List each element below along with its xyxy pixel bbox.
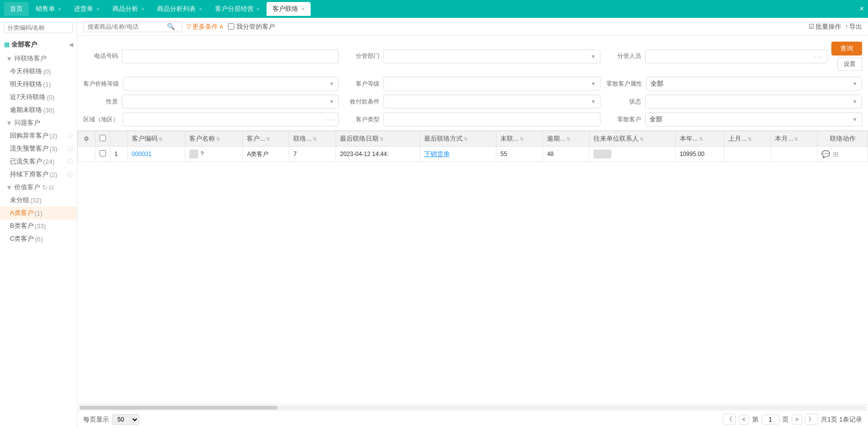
sidebar-item-problem[interactable]: 回购异常客户(2)ⓘ (0, 129, 77, 142)
batch-op-btn[interactable]: ☑ 批量操作 (809, 22, 841, 31)
info-icon[interactable]: ⓘ (67, 145, 73, 153)
tab-close-customer_contact[interactable]: × (301, 6, 304, 12)
pending-group-header[interactable]: ▼ 待联络客户 (0, 52, 77, 65)
more-filter-btn[interactable]: ▽ 更多条件 ∧ (186, 22, 224, 31)
customer-type-label: 客户类型 (345, 115, 380, 124)
sidebar-item-pending[interactable]: 近7天待联络(0) (0, 91, 77, 104)
window-close-icon[interactable]: × (860, 4, 864, 13)
no-contact-cell: 55 (496, 147, 543, 162)
this-month-col-header[interactable]: 本月...⇅ (771, 131, 817, 147)
customer-level-filter-row: 客户等级 ▼ (345, 77, 600, 91)
this-year-col-header[interactable]: 本年...⇅ (675, 131, 724, 147)
filter-search-box[interactable]: 🔍 (83, 21, 182, 32)
sidebar-item-value[interactable]: A类客户(1) (0, 207, 77, 219)
sidebar-item-value[interactable]: B类客户(33) (0, 219, 77, 232)
tab-close-sales[interactable]: × (58, 6, 61, 12)
sidebar-search[interactable]: 🔍 (4, 22, 73, 33)
all-customers-header[interactable]: ⊞ 全部客户 ◀ (0, 37, 77, 52)
nav-tab-analysis_list[interactable]: 商品分析列表× (151, 2, 208, 16)
name-col-header[interactable]: 客户名称⇅ (185, 131, 243, 147)
sidebar-item-pending[interactable]: 明天待联络(1) (0, 78, 77, 91)
last-date-col-header[interactable]: 最后联络日期⇅ (336, 131, 420, 147)
sidebar-item-problem[interactable]: 已流失客户(24)ⓘ (0, 155, 77, 168)
last-method-link[interactable]: 下销货单 (424, 150, 450, 158)
status-input[interactable]: ▼ (645, 95, 862, 108)
checkbox-cell[interactable] (96, 147, 110, 162)
export-btn[interactable]: ↑ 导出 (845, 22, 863, 31)
tab-close-purchase[interactable]: × (96, 6, 99, 12)
checkbox-col-header[interactable] (96, 131, 110, 147)
price-level-input[interactable]: ▼ (123, 77, 339, 91)
payment-input[interactable]: ▼ (383, 95, 600, 108)
info-icon[interactable]: ⓘ (67, 171, 73, 178)
tab-close-analysis[interactable]: × (141, 6, 144, 12)
settings-col-header[interactable]: ⚙ (78, 131, 96, 147)
dept-input[interactable]: ▼ (383, 50, 600, 63)
value-group-header[interactable]: ▼ 价值客户 ↻ ⊟ (0, 181, 77, 194)
filter-search-input[interactable] (88, 23, 167, 30)
price-level-label: 客户价格等级 (83, 80, 119, 88)
code-cell[interactable]: 000031 (127, 147, 185, 162)
code-col-header[interactable]: 客户编码⇅ (127, 131, 185, 147)
query-btn[interactable]: 查询 (831, 42, 862, 55)
person-input[interactable]: ··· (645, 50, 827, 63)
last-method-cell[interactable]: 下销货单 (420, 147, 496, 162)
contact-sort-icon: ⇅ (313, 136, 317, 142)
filter-search-icon[interactable]: 🔍 (167, 23, 175, 30)
nav-tab-customer_segment[interactable]: 客户分层经营× (209, 2, 266, 16)
company-contact-col-header[interactable]: 往来单位联系人⇅ (590, 131, 676, 147)
next-page-btn[interactable]: > (792, 415, 802, 425)
sidebar-item-problem[interactable]: 持续下滑客户(2)ⓘ (0, 168, 77, 181)
info-icon[interactable]: ⓘ (67, 158, 73, 165)
scrollbar-thumb[interactable] (79, 406, 277, 410)
my-customers-input[interactable] (228, 23, 234, 30)
settings-small-icon[interactable]: ⊟ (49, 184, 54, 191)
page-input[interactable] (761, 415, 779, 425)
grid-icon: ⊞ (4, 41, 9, 49)
no-contact-col-header[interactable]: 未联...⇅ (496, 131, 543, 147)
last-month-col-header[interactable]: 上月...⇅ (724, 131, 771, 147)
my-customers-checkbox[interactable]: 我分管的客户 (228, 22, 275, 31)
row-checkbox[interactable] (100, 150, 106, 157)
sidebar-item-value[interactable]: 未分组(32) (0, 194, 77, 207)
nature-input[interactable]: ▼ (122, 95, 339, 108)
customer-level-input[interactable]: ▼ (383, 77, 600, 91)
settings-btn[interactable]: 设置 (837, 57, 862, 71)
page-size-select[interactable]: 5020100 (112, 414, 139, 425)
refresh-icon[interactable]: ↻ (42, 184, 48, 191)
area-input[interactable]: ··· (123, 112, 339, 126)
phone-input[interactable] (122, 50, 339, 63)
retail-customer-arrow: ▼ (852, 116, 858, 122)
customer-type-input[interactable] (383, 112, 600, 126)
sidebar-item-value[interactable]: C类客户(6) (0, 232, 77, 245)
last-method-col-header[interactable]: 最后联络方式⇅ (420, 131, 496, 147)
info-icon[interactable]: ⓘ (67, 132, 73, 140)
sidebar-item-pending[interactable]: 逾期未联络(30) (0, 104, 77, 116)
nav-tab-customer_contact[interactable]: 客户联络× (267, 2, 310, 16)
collapse-icon[interactable]: ◀ (69, 42, 73, 48)
contact-col-header[interactable]: 联络...⇅ (289, 131, 336, 147)
nav-tab-purchase[interactable]: 进货单× (68, 2, 105, 16)
overdue-col-header[interactable]: 逾期...⇅ (543, 131, 590, 147)
tab-close-analysis_list[interactable]: × (199, 6, 202, 12)
sidebar-item-pending[interactable]: 今天待联络(0) (0, 65, 77, 78)
prev-page-btn[interactable]: < (739, 415, 749, 425)
sidebar-item-problem[interactable]: 流失预警客户(3)ⓘ (0, 142, 77, 155)
first-page-btn[interactable]: 《 (723, 414, 736, 425)
table-scrollbar[interactable] (77, 404, 868, 410)
type-col-header[interactable]: 客户...⇅ (243, 131, 289, 147)
scrollbar-track[interactable] (79, 406, 866, 410)
no-contact-sort-icon: ⇅ (520, 136, 524, 142)
select-all-checkbox[interactable] (100, 135, 106, 141)
nav-tab-analysis[interactable]: 商品分析× (107, 2, 150, 16)
nav-tab-sales[interactable]: 销售单× (30, 2, 67, 16)
qrcode-icon[interactable]: ⊞ (833, 150, 839, 158)
last-page-btn[interactable]: 》 (805, 414, 818, 425)
sidebar-search-input[interactable] (7, 24, 77, 31)
retail-attr-input[interactable]: 全部 ▼ (646, 77, 862, 91)
chat-icon[interactable]: 💬 (821, 150, 830, 158)
tab-close-customer_segment[interactable]: × (257, 6, 260, 12)
retail-customer-input[interactable]: 全部 ▼ (645, 112, 862, 126)
problem-group-header[interactable]: ▼ 问题客户 (0, 116, 77, 129)
nav-home[interactable]: 首页 (4, 2, 29, 16)
